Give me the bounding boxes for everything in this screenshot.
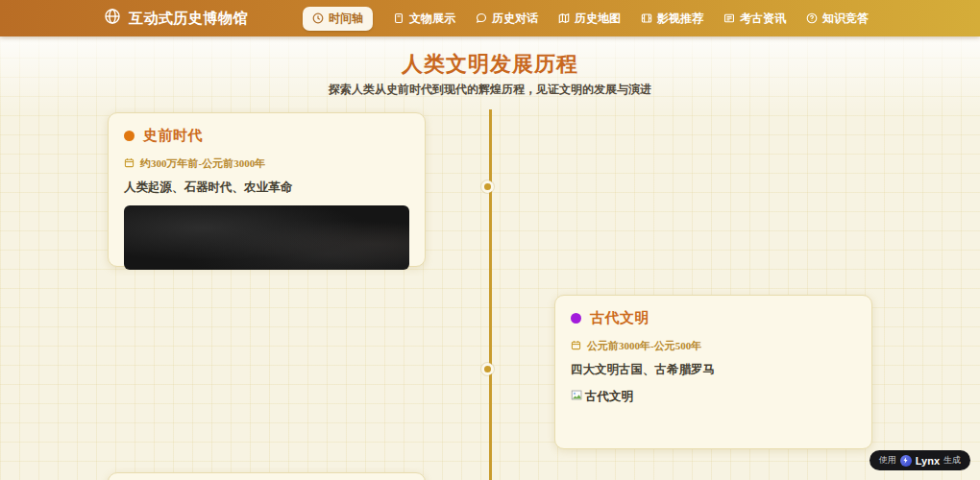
nav-label: 时间轴 <box>329 11 363 27</box>
brand-title: 互动式历史博物馆 <box>129 10 248 28</box>
era-image-prehistoric <box>124 205 409 270</box>
news-icon <box>723 12 735 24</box>
artifacts-icon <box>393 12 404 24</box>
nav-label: 历史地图 <box>575 11 621 27</box>
badge-brand: Lynx <box>916 455 940 467</box>
lynx-logo-icon <box>900 455 912 467</box>
calendar-icon <box>124 155 135 172</box>
nav-item-films[interactable]: 影视推荐 <box>641 11 703 27</box>
nav-item-map[interactable]: 历史地图 <box>558 11 621 27</box>
badge-suffix: 生成 <box>943 454 961 467</box>
broken-image-alt-text: 古代文明 <box>585 389 633 405</box>
era-image-broken: 古代文明 <box>571 388 856 405</box>
nav-label: 考古资讯 <box>740 11 786 27</box>
clock-icon <box>312 12 324 24</box>
calendar-icon <box>571 337 581 354</box>
timeline-dot-prehistoric <box>481 180 494 193</box>
era-dot <box>124 131 135 141</box>
museum-timeline-page: 互动式历史博物馆 时间轴 文物展示 <box>0 0 980 480</box>
era-period: 公元前3000年-公元500年 <box>587 339 701 353</box>
nav-label: 文物展示 <box>409 11 455 27</box>
era-period: 约300万年前-公元前3000年 <box>140 156 265 171</box>
timeline-card-ancient: 古代文明 公元前3000年-公元500年 四大文明古国、古希腊罗马 <box>554 295 872 449</box>
nav-label: 知识竞答 <box>822 11 869 27</box>
timeline-dot-ancient <box>481 363 494 375</box>
era-dot <box>571 313 581 324</box>
era-description: 四大文明古国、古希腊罗马 <box>571 362 856 378</box>
era-title: 古代文明 <box>590 309 649 327</box>
page-title: 人类文明发展历程 <box>0 50 980 79</box>
header: 互动式历史博物馆 时间轴 文物展示 <box>0 0 980 36</box>
timeline-card-prehistoric: 史前时代 约300万年前-公元前3000年 人类起源、石器时代、农业革命 <box>108 112 426 267</box>
nav-item-dialogue[interactable]: 历史对话 <box>476 11 538 27</box>
nav-label: 历史对话 <box>492 11 538 27</box>
nav-item-timeline[interactable]: 时间轴 <box>303 7 373 31</box>
page-subtitle: 探索人类从史前时代到现代的辉煌历程，见证文明的发展与演进 <box>0 82 980 98</box>
era-title: 史前时代 <box>143 127 203 145</box>
nav-item-artifacts[interactable]: 文物展示 <box>393 11 455 27</box>
timeline-card-partial <box>108 472 426 480</box>
globe-icon <box>104 8 121 29</box>
quiz-icon <box>806 12 818 24</box>
lynx-generated-badge[interactable]: 使用 Lynx 生成 <box>870 450 970 470</box>
nav-item-news[interactable]: 考古资讯 <box>723 11 786 27</box>
film-icon <box>641 12 652 24</box>
main-nav: 时间轴 文物展示 历史对话 <box>303 7 869 31</box>
map-icon <box>558 12 570 24</box>
nav-item-quiz[interactable]: 知识竞答 <box>806 11 869 27</box>
era-description: 人类起源、石器时代、农业革命 <box>124 180 409 196</box>
badge-prefix: 使用 <box>879 454 896 467</box>
broken-image-icon <box>571 388 583 405</box>
timeline-line <box>489 109 492 480</box>
nav-label: 影视推荐 <box>657 11 703 27</box>
chat-icon <box>476 12 487 24</box>
brand[interactable]: 互动式历史博物馆 <box>104 8 248 29</box>
